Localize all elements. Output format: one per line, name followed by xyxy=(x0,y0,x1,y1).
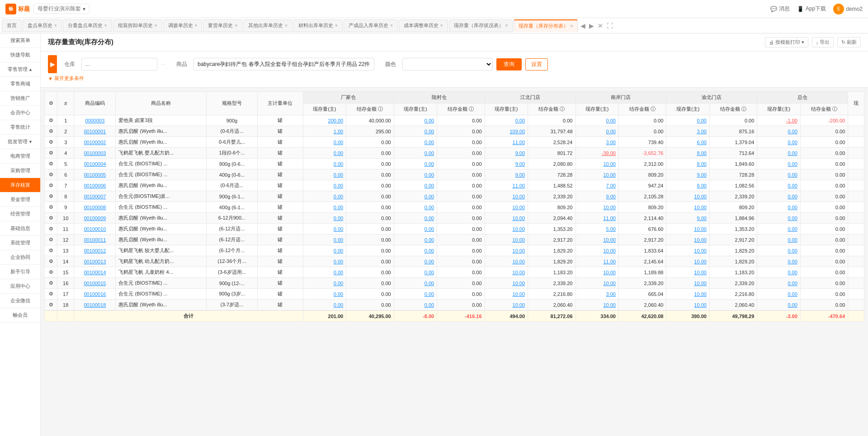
tab-nav-right[interactable]: ▶ xyxy=(587,22,596,29)
cell-w1-qty[interactable]: 0.00 xyxy=(303,267,346,278)
cell-w4-qty[interactable]: 10.00 xyxy=(576,202,618,213)
cell-total-qty[interactable]: 0.00 xyxy=(757,256,800,267)
tab-home[interactable]: 首页 xyxy=(2,19,22,32)
cell-total-qty[interactable]: 0.00 xyxy=(757,137,800,148)
cell-w2-qty[interactable]: 0.00 xyxy=(394,191,437,202)
cell-w4-qty[interactable]: -39.00 xyxy=(576,148,618,159)
cell-w3-qty[interactable]: 9.00 xyxy=(485,159,528,169)
tab-2[interactable]: 分量盘点单历史× xyxy=(63,19,112,32)
sidebar-item-search[interactable]: 搜索英单 xyxy=(0,33,40,48)
cell-w5-qty[interactable]: 10.00 xyxy=(666,202,709,213)
cell-sku[interactable]: 00100004 xyxy=(74,159,116,169)
close-tab-7[interactable]: × xyxy=(335,23,338,28)
cell-w5-qty[interactable]: 10.00 xyxy=(666,245,709,256)
cell-w5-qty[interactable]: 0.00 xyxy=(666,115,709,126)
table-container[interactable]: ⚙ # 商品编码 商品名称 规格型号 主计量单位 厂家仓 陆村仓 江北门店 南岸… xyxy=(41,88,868,436)
cell-sku[interactable]: 00100018 xyxy=(74,300,116,311)
cell-w4-qty[interactable]: 11.00 xyxy=(576,213,618,224)
tab-4[interactable]: 调拨单历史× xyxy=(163,19,203,32)
tab-8[interactable]: 产成品入库单历史× xyxy=(344,19,398,32)
cell-w2-qty[interactable]: 0.00 xyxy=(394,169,437,180)
cell-sku[interactable]: 00100016 xyxy=(74,289,116,300)
cell-w1-qty[interactable]: 0.00 xyxy=(303,300,346,311)
sidebar-item-purchase[interactable]: 采购管理 xyxy=(0,164,40,178)
sidebar-item-member[interactable]: 会员中心 xyxy=(0,106,40,120)
cell-total-qty[interactable]: 0.00 xyxy=(757,159,800,169)
cell-w5-qty[interactable]: 10.00 xyxy=(666,234,709,245)
cell-w1-qty[interactable]: 0.00 xyxy=(303,191,346,202)
cell-gear[interactable]: ⚙ xyxy=(45,234,57,245)
sidebar-item-wecom[interactable]: 企业微信 xyxy=(0,294,40,308)
cell-gear[interactable]: ⚙ xyxy=(45,289,57,300)
tab-5[interactable]: 要货单历史× xyxy=(203,19,242,32)
cell-w3-qty[interactable]: 10.00 xyxy=(485,224,528,234)
cell-w4-qty[interactable]: 3.00 xyxy=(576,289,618,300)
sidebar-item-system[interactable]: 系统管理 xyxy=(0,236,40,250)
cell-w3-qty[interactable]: 10.00 xyxy=(485,245,528,256)
company-selector[interactable]: 母婴行业演示陈套 ▾ xyxy=(33,4,90,14)
cell-sku[interactable]: 00100006 xyxy=(74,180,116,191)
cell-w5-qty[interactable]: 3.00 xyxy=(666,126,709,137)
cell-w4-qty[interactable]: 10.00 xyxy=(576,300,618,311)
cell-sku[interactable]: 00100002 xyxy=(74,137,116,148)
cell-w4-qty[interactable]: 11.00 xyxy=(576,256,618,267)
col-gear[interactable]: ⚙ xyxy=(45,92,57,115)
cell-gear[interactable]: ⚙ xyxy=(45,169,57,180)
sidebar-item-wholesale[interactable]: 批发管理 ▼ xyxy=(0,135,40,149)
cell-w5-qty[interactable]: 10.00 xyxy=(666,256,709,267)
export-btn[interactable]: ↓ 导出 xyxy=(812,37,834,47)
cell-w1-qty[interactable]: 0.00 xyxy=(303,224,346,234)
warehouse-clear-icon[interactable]: ··· xyxy=(161,61,165,67)
cell-gear[interactable]: ⚙ xyxy=(45,159,57,169)
cell-w3-qty[interactable]: 9.00 xyxy=(485,169,528,180)
cell-w2-qty[interactable]: 0.00 xyxy=(394,256,437,267)
close-tab-9[interactable]: × xyxy=(440,23,443,28)
cell-w2-qty[interactable]: 0.00 xyxy=(394,180,437,191)
close-tab-2[interactable]: × xyxy=(104,23,107,28)
cell-total-qty[interactable]: 0.00 xyxy=(757,191,800,202)
cell-gear[interactable]: ⚙ xyxy=(45,137,57,148)
sidebar-item-operation[interactable]: 经营管理 xyxy=(0,207,40,221)
cell-w5-qty[interactable]: 10.00 xyxy=(666,300,709,311)
close-tab-6[interactable]: × xyxy=(285,23,288,28)
cell-gear[interactable]: ⚙ xyxy=(45,245,57,256)
cell-gear[interactable]: ⚙ xyxy=(45,278,57,289)
close-tab-8[interactable]: × xyxy=(390,23,393,28)
refresh-btn[interactable]: ↻ 刷新 xyxy=(837,37,861,47)
sidebar-item-finance[interactable]: 资金管理 xyxy=(0,192,40,207)
cell-w4-qty[interactable]: 3.00 xyxy=(576,137,618,148)
cell-w1-qty[interactable]: 0.00 xyxy=(303,137,346,148)
tab-10[interactable]: 现存量（库存状况表）× xyxy=(449,19,513,32)
app-download-btn[interactable]: 📱 App下载 xyxy=(797,5,826,13)
cell-sku[interactable]: 00100001 xyxy=(74,126,116,137)
cell-w3-qty[interactable]: 0.00 xyxy=(485,115,528,126)
cell-total-qty[interactable]: 0.00 xyxy=(757,224,800,234)
cell-total-qty[interactable]: 0.00 xyxy=(757,126,800,137)
cell-w3-qty[interactable]: 10.00 xyxy=(485,202,528,213)
cell-w2-qty[interactable]: 0.00 xyxy=(394,267,437,278)
tab-nav-left[interactable]: ◀ xyxy=(579,22,587,29)
cell-gear[interactable]: ⚙ xyxy=(45,224,57,234)
close-tab-4[interactable]: × xyxy=(195,23,198,28)
cell-total-qty[interactable]: 0.00 xyxy=(757,278,800,289)
cell-total-qty[interactable]: 0.00 xyxy=(757,267,800,278)
cell-w5-qty[interactable]: 10.00 xyxy=(666,224,709,234)
cell-w4-qty[interactable]: 10.00 xyxy=(576,169,618,180)
cell-w1-qty[interactable]: 0.00 xyxy=(303,159,346,169)
cell-w3-qty[interactable]: 10.00 xyxy=(485,278,528,289)
cell-w5-qty[interactable]: 10.00 xyxy=(666,278,709,289)
cell-total-qty[interactable]: 0.00 xyxy=(757,289,800,300)
cell-w2-qty[interactable]: 0.00 xyxy=(394,137,437,148)
cell-sku[interactable]: 00100003 xyxy=(74,148,116,159)
tab-9[interactable]: 成本调整单历史× xyxy=(399,19,448,32)
sidebar-item-vip[interactable]: 畅会员 xyxy=(0,308,40,323)
cell-w5-qty[interactable]: 10.00 xyxy=(666,267,709,278)
tab-1[interactable]: 盘点单历史× xyxy=(23,19,62,32)
cell-sku[interactable]: 00100015 xyxy=(74,278,116,289)
sidebar-item-basic[interactable]: 基础信息 xyxy=(0,221,40,236)
cell-w1-qty[interactable]: 0.00 xyxy=(303,148,346,159)
cell-w1-qty[interactable]: 200.00 xyxy=(303,115,346,126)
cell-w3-qty[interactable]: 11.00 xyxy=(485,137,528,148)
cell-w2-qty[interactable]: 0.00 xyxy=(394,224,437,234)
cell-w3-qty[interactable]: 10.00 xyxy=(485,289,528,300)
